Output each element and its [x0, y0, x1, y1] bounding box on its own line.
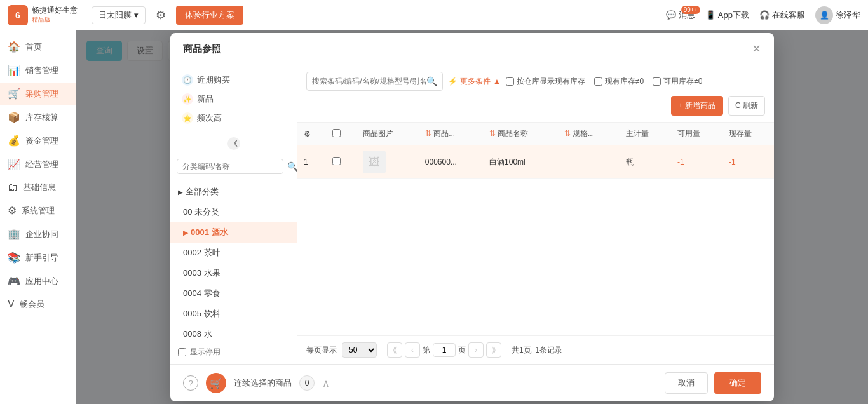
sales-icon: 📊: [8, 64, 20, 76]
cat-uncategorized[interactable]: 00 未分类: [170, 202, 297, 222]
col-name[interactable]: ⇅ 商品名称: [483, 123, 558, 145]
display-disabled-checkbox[interactable]: [178, 348, 186, 356]
checkbox-warehouse[interactable]: 按仓库显示现有库存: [506, 76, 585, 87]
col-code[interactable]: ⇅ 商品...: [419, 123, 483, 145]
sidebar-item-guide[interactable]: 📚 新手引导: [0, 246, 76, 269]
refresh-button[interactable]: C 刷新: [728, 96, 765, 116]
row-checkbox[interactable]: [332, 157, 341, 165]
sidebar-item-purchase[interactable]: 🛒 采购管理: [0, 83, 76, 105]
modal-body: 🕐 近期购买 ✨ 新品 ⭐ 频次高: [170, 65, 774, 364]
continuous-label: 连续选择的商品: [234, 377, 292, 389]
col-available: 可用量: [671, 123, 722, 145]
page-number-input[interactable]: [433, 343, 456, 357]
per-page-select[interactable]: 50 20 100: [342, 342, 377, 358]
cat-tea[interactable]: 0002 茶叶: [170, 243, 297, 263]
sidebar-item-finance[interactable]: 💰 资金管理: [0, 130, 76, 152]
sidebar-item-sales[interactable]: 📊 销售管理: [0, 59, 76, 81]
sidebar-item-inventory[interactable]: 📦 库存核算: [0, 106, 76, 128]
collapse-footer-icon[interactable]: ∧: [322, 377, 330, 389]
confirm-button[interactable]: 确定: [714, 372, 761, 394]
sidebar-label: 首页: [25, 41, 42, 53]
cart-button[interactable]: 🛒: [206, 373, 226, 393]
cell-spec: [558, 145, 620, 179]
cat-all[interactable]: ▶ 全部分类: [170, 182, 297, 202]
per-page-label: 每页显示: [306, 345, 337, 356]
last-page-button[interactable]: ⟫: [486, 342, 501, 358]
cat-liquor[interactable]: ▶ 0001 酒水: [170, 222, 297, 243]
footer-right: 取消 确定: [665, 372, 761, 394]
cell-checkbox[interactable]: [326, 145, 356, 179]
collapse-button[interactable]: 《: [227, 137, 240, 150]
cat-water[interactable]: 0008 水: [170, 324, 297, 340]
home-icon: 🏠: [8, 41, 20, 53]
col-settings[interactable]: ⚙: [297, 123, 326, 145]
sidebar-label: 采购管理: [25, 88, 58, 100]
quick-frequent[interactable]: ⭐ 频次高: [177, 109, 290, 128]
settings-icon[interactable]: ⚙: [153, 6, 168, 25]
chevron-down-icon: ▾: [134, 10, 139, 20]
quick-recent[interactable]: 🕐 近期购买: [177, 71, 290, 90]
sidebar-label: 应用中心: [25, 276, 58, 287]
right-panel: 🔍 ⚡ 更多条件 ▲ 按仓库显示现有库存: [297, 65, 774, 364]
table-row[interactable]: 1 🖼 000600... 白酒100ml 瓶: [297, 145, 774, 179]
sidebar-item-system[interactable]: ⚙ 系统管理: [0, 199, 76, 222]
sidebar-label: 基础信息: [23, 182, 56, 193]
add-product-button[interactable]: + 新增商品: [671, 96, 723, 116]
available-checkbox[interactable]: [653, 77, 661, 86]
sidebar-item-business[interactable]: 📈 经营管理: [0, 153, 76, 175]
display-disabled: 显示停用: [170, 340, 297, 364]
cell-available: -1: [671, 145, 722, 179]
page-info: 共1页, 1条记录: [512, 345, 562, 356]
nav-dropdown[interactable]: 日太阳膜 ▾: [92, 6, 146, 24]
product-table: ⚙ 商品图片 ⇅ 商品... ⇅ 商品名称: [297, 123, 774, 179]
modal-close-button[interactable]: ✕: [752, 42, 761, 56]
checkbox-inventory[interactable]: 现有库存≠0: [594, 76, 644, 87]
next-page-button[interactable]: ›: [468, 342, 484, 358]
modal-header: 商品参照 ✕: [170, 33, 774, 65]
top-nav: 6 畅捷通好生意 精品版 日太阳膜 ▾ ⚙ 体验行业方案 💬 消息 99++ 📱…: [0, 0, 868, 30]
cat-fruit[interactable]: 0003 水果: [170, 263, 297, 283]
sidebar-item-vip[interactable]: V 畅会员: [0, 293, 76, 315]
app-download[interactable]: 📱 App下载: [705, 10, 749, 21]
help-icon[interactable]: ?: [183, 375, 198, 391]
bell-icon: 💬: [666, 10, 676, 20]
quick-access: 🕐 近期购买 ✨ 新品 ⭐ 频次高: [170, 65, 297, 133]
col-spec[interactable]: ⇅ 规格...: [558, 123, 620, 145]
cancel-button[interactable]: 取消: [665, 372, 708, 394]
category-search-icon[interactable]: 🔍: [287, 161, 297, 172]
cat-beverage[interactable]: 0005 饮料: [170, 304, 297, 324]
product-search-input[interactable]: [312, 77, 426, 86]
new-icon: ✨: [182, 93, 193, 105]
sidebar-item-appstore[interactable]: 🎮 应用中心: [0, 270, 76, 292]
checkbox-available[interactable]: 可用库存≠0: [653, 76, 702, 87]
main-layout: 🏠 首页 📊 销售管理 🛒 采购管理 📦 库存核算 💰 资金管理 📈 经营管理 …: [0, 30, 868, 404]
user-profile[interactable]: 👤 徐泽华: [815, 6, 860, 24]
category-search-input[interactable]: [177, 159, 283, 174]
notifications[interactable]: 💬 消息 99++: [666, 10, 695, 21]
cell-unit: 瓶: [620, 145, 671, 179]
enterprise-icon: 🏢: [8, 228, 20, 240]
warehouse-checkbox[interactable]: [506, 77, 514, 86]
footer-left: ? 🛒 连续选择的商品 0 ∧: [183, 373, 330, 393]
sidebar-item-enterprise[interactable]: 🏢 企业协同: [0, 223, 76, 245]
category-panel: 🕐 近期购买 ✨ 新品 ⭐ 频次高: [170, 65, 297, 364]
finance-icon: 💰: [8, 135, 20, 147]
sidebar-item-basic[interactable]: 🗂 基础信息: [0, 177, 76, 198]
search-icon[interactable]: 🔍: [426, 76, 437, 86]
cat-snack[interactable]: 0004 零食: [170, 283, 297, 304]
col-checkbox[interactable]: [326, 123, 356, 145]
filter-button[interactable]: ⚡ 更多条件 ▲: [448, 76, 501, 87]
inventory-checkbox[interactable]: [594, 77, 602, 86]
phone-icon: 📱: [705, 10, 715, 20]
first-page-button[interactable]: ⟪: [387, 342, 402, 358]
customer-service[interactable]: 🎧 在线客服: [759, 10, 805, 21]
prev-page-button[interactable]: ‹: [405, 342, 420, 358]
page-navigation: ⟪ ‹ 第 页 › ⟫: [387, 342, 501, 358]
quick-new[interactable]: ✨ 新品: [177, 90, 290, 109]
purchase-icon: 🛒: [8, 88, 20, 100]
category-list: ▶ 全部分类 00 未分类 ▶ 0001 酒水 0002 茶: [170, 179, 297, 340]
count-badge: 0: [299, 375, 315, 391]
sidebar-item-home[interactable]: 🏠 首页: [0, 36, 76, 58]
cta-button[interactable]: 体验行业方案: [176, 6, 243, 25]
select-all-checkbox[interactable]: [332, 129, 341, 137]
